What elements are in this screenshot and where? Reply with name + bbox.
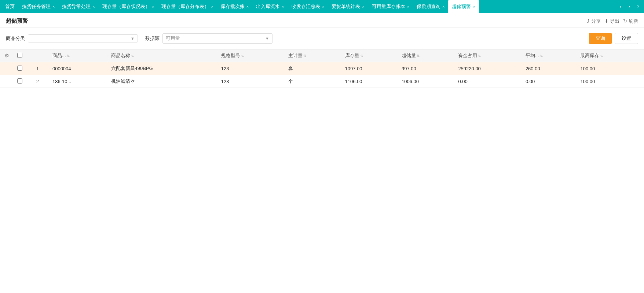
nav-item-11[interactable]: 超储预警× [448,0,479,13]
row-capital-0: 259220.00 [454,62,522,75]
nav-item-close-5[interactable]: × [246,4,249,9]
page-header: 超储预警 ⤴ 分享 ⬇ 导出 ↻ 刷新 [0,13,644,28]
th-avg[interactable]: 平均...⇅ [522,49,577,62]
page-content: 超储预警 ⤴ 分享 ⬇ 导出 ↻ 刷新 商品分类 ▼ 数据源 [0,13,644,293]
table-body: 1 0000004 六配套新昌490BPG 123 套 1097.00 997.… [0,62,644,88]
share-icon: ⤴ [587,18,590,24]
product-category-select[interactable]: ▼ [28,34,138,42]
row-checkbox-cell-1[interactable] [13,75,26,88]
row-avg-0: 260.00 [522,62,577,75]
table-wrapper: ⚙ 商品...⇅ 商品名称⇅ 规格型号⇅ [0,49,644,88]
nav-item-3[interactable]: 现存量（库存状况表）× [99,0,158,13]
nav-item-2[interactable]: 拣货异常处理× [58,0,98,13]
nav-item-1[interactable]: 拣货任务管理× [18,0,58,13]
row-num-1: 2 [26,75,49,88]
th-stock[interactable]: 库存量⇅ [341,49,398,62]
nav-close-arrow[interactable]: × [634,0,643,13]
filter-area: 商品分类 ▼ 数据源 可用量 ▼ 查询 设置 [0,28,644,49]
nav-item-close-2[interactable]: × [92,4,95,9]
nav-item-7[interactable]: 收发存汇总表× [288,0,328,13]
row-spec-1: 123 [217,75,285,88]
page-title: 超储预警 [6,18,28,25]
top-nav: 首页拣货任务管理×拣货异常处理×现存量（库存状况表）×现存量（库存分布表）×库存… [0,0,644,13]
nav-item-close-8[interactable]: × [362,4,364,9]
nav-item-5[interactable]: 库存批次账× [217,0,252,13]
th-product-name[interactable]: 商品名称⇅ [107,49,217,62]
nav-item-close-10[interactable]: × [442,4,444,9]
nav-item-4[interactable]: 现存量（库存分布表）× [158,0,217,13]
data-source-select[interactable]: 可用量 ▼ [162,33,272,44]
row-num-0: 1 [26,62,49,75]
row-gear-1 [0,75,13,88]
setting-button[interactable]: 设置 [615,33,638,44]
row-max-stock-0: 100.00 [577,62,644,75]
th-num [26,49,49,62]
nav-item-close-9[interactable]: × [407,4,409,9]
nav-item-close-6[interactable]: × [282,4,284,9]
sort-icon-unit: ⇅ [303,54,306,58]
th-product-code[interactable]: 商品...⇅ [49,49,107,62]
nav-item-8[interactable]: 要货单统计表× [328,0,368,13]
sort-icon-stock: ⇅ [360,54,363,58]
row-spec-0: 123 [217,62,285,75]
th-capital[interactable]: 资金占用⇅ [454,49,522,62]
nav-item-close-3[interactable]: × [152,4,154,9]
sort-icon-max-stock: ⇅ [600,54,603,58]
product-category-arrow: ▼ [131,36,135,41]
row-overstock-1: 1006.00 [398,75,454,88]
nav-item-10[interactable]: 保质期查询× [413,0,448,13]
row-checkbox-0[interactable] [17,66,22,71]
nav-item-close-1[interactable]: × [52,4,55,9]
data-source-arrow: ▼ [265,36,269,41]
row-checkbox-1[interactable] [17,78,22,84]
row-unit-0: 套 [285,62,341,75]
row-checkbox-cell-0[interactable] [13,62,26,75]
nav-item-0[interactable]: 首页 [1,0,18,13]
table-row: 1 0000004 六配套新昌490BPG 123 套 1097.00 997.… [0,62,644,75]
export-icon: ⬇ [604,18,608,24]
nav-item-close-7[interactable]: × [322,4,324,9]
sort-icon-product-code: ⇅ [67,54,70,58]
row-product-name-1: 机油滤清器 [107,75,217,88]
filter-buttons: 查询 设置 [589,33,638,44]
row-unit-1: 个 [285,75,341,88]
th-max-stock[interactable]: 最高库存⇅ [577,49,644,62]
sort-icon-product-name: ⇅ [131,54,134,58]
gear-icon[interactable]: ⚙ [4,52,9,59]
refresh-label: 刷新 [629,18,638,25]
share-button[interactable]: ⤴ 分享 [587,18,601,25]
th-spec[interactable]: 规格型号⇅ [217,49,285,62]
export-label: 导出 [610,18,619,25]
nav-item-close-4[interactable]: × [211,4,213,9]
nav-prev-arrow[interactable]: ‹ [616,0,625,13]
row-stock-0: 1097.00 [341,62,398,75]
nav-next-arrow[interactable]: › [625,0,634,13]
th-overstock[interactable]: 超储量⇅ [398,49,454,62]
table-row: 2 186-10... 机油滤清器 123 个 1106.00 1006.00 … [0,75,644,88]
row-product-name-0: 六配套新昌490BPG [107,62,217,75]
refresh-icon: ↻ [623,18,627,24]
nav-item-6[interactable]: 出入库流水× [252,0,288,13]
sort-icon-capital: ⇅ [478,54,481,58]
th-unit[interactable]: 主计量⇅ [285,49,341,62]
product-category-label: 商品分类 [6,35,25,42]
th-checkbox [13,49,26,62]
row-stock-1: 1106.00 [341,75,398,88]
query-button[interactable]: 查询 [589,33,612,44]
sort-icon-overstock: ⇅ [417,54,420,58]
th-gear: ⚙ [0,49,13,62]
select-all-checkbox[interactable] [17,53,22,58]
data-source-label: 数据源 [145,35,160,42]
share-label: 分享 [591,18,601,25]
nav-item-9[interactable]: 可用量库存账本× [368,0,413,13]
data-source-filter: 数据源 可用量 ▼ [145,33,272,44]
sort-icon-avg: ⇅ [540,54,543,58]
row-gear-0 [0,62,13,75]
table-header-row: ⚙ 商品...⇅ 商品名称⇅ 规格型号⇅ [0,49,644,62]
export-button[interactable]: ⬇ 导出 [604,18,619,25]
nav-item-close-11[interactable]: × [473,4,475,9]
header-actions: ⤴ 分享 ⬇ 导出 ↻ 刷新 [587,18,638,25]
row-overstock-0: 997.00 [398,62,454,75]
row-avg-1: 0.00 [522,75,577,88]
refresh-button[interactable]: ↻ 刷新 [623,18,638,25]
